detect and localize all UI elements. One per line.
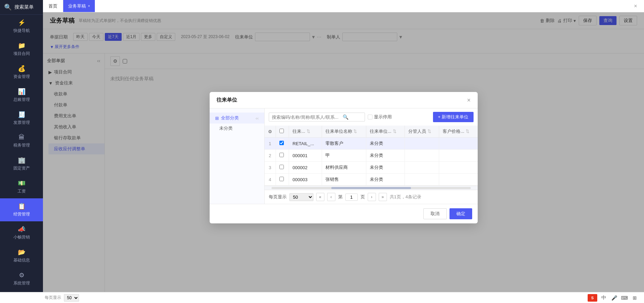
bottom-icon-keyboard: ⌨: [621, 294, 628, 302]
tab-close-icon[interactable]: ×: [88, 4, 90, 8]
dialog-tree: ⊞ 全部分类 ‹‹ 未分类: [210, 108, 265, 204]
dialog-title: 往来单位: [216, 97, 237, 103]
quick-nav-icon: ⚡: [18, 19, 25, 26]
search-box: 🔍: [269, 113, 365, 121]
sidebar-item-label: 系统管理: [13, 280, 30, 286]
page-number-input[interactable]: [345, 194, 358, 201]
row-num: 2: [265, 150, 276, 162]
sidebar-item-tax[interactable]: 🏛 税务管理: [0, 130, 43, 152]
topbar-tab-draft[interactable]: 业务草稿 ×: [63, 0, 95, 12]
sidebar-item-label: 小畅营销: [13, 234, 30, 240]
logo-text: 搜索菜单: [14, 4, 34, 10]
topbar-home[interactable]: 首页: [43, 0, 63, 12]
sidebar-item-marketing[interactable]: 📣 小畅营销: [0, 221, 43, 244]
sidebar-item-label: 快捷导航: [13, 28, 30, 34]
sidebar-item-fixed-assets[interactable]: 🏢 固定资产: [0, 152, 43, 175]
row-category: 未分类: [366, 150, 405, 162]
per-page-label: 每页显示: [45, 295, 61, 301]
col-settings: ⚙: [265, 126, 276, 138]
bottom-bar: 每页显示 50 S 中 🎤 ⌨ ⊞: [0, 292, 644, 303]
show-disabled-checkbox[interactable]: [368, 115, 373, 119]
sidebar-item-project[interactable]: 📁 项目合同: [0, 38, 43, 61]
sidebar-item-quick-nav[interactable]: ⚡ 快捷导航: [0, 15, 43, 38]
page-last-button[interactable]: »: [379, 193, 387, 201]
search-icon: 🔍: [343, 114, 348, 120]
sidebar-logo: 🔍 搜索菜单: [0, 0, 43, 15]
row-name: 甲: [322, 150, 366, 162]
invoice-icon: 🧾: [18, 111, 25, 118]
search-input[interactable]: [272, 115, 341, 120]
row-name: 零散客户: [322, 138, 366, 150]
bottom-icon-zh: 中: [600, 294, 608, 302]
sidebar-item-finance[interactable]: 💰 资金管理: [0, 61, 43, 84]
bottom-right: S 中 🎤 ⌨ ⊞: [588, 294, 639, 302]
row-price: [439, 150, 478, 162]
dialog-header: 往来单位 ×: [210, 92, 478, 108]
row-price: [439, 162, 478, 174]
col-code: 往来... ⇅: [289, 126, 322, 138]
row-num: 1: [265, 138, 276, 150]
sidebar-item-label: 资金管理: [13, 74, 30, 80]
col-check: [276, 126, 289, 138]
table-row[interactable]: 4 000003 张销售 未分类: [265, 174, 478, 186]
show-disabled-label: 显示停用: [374, 114, 392, 120]
sidebar-item-ops[interactable]: 📋 经营管理: [0, 198, 43, 221]
sidebar-item-label: 经营管理: [13, 211, 30, 217]
row-price: [439, 174, 478, 186]
row-name: 材料供应商: [322, 162, 366, 174]
dialog-select-all[interactable]: [279, 129, 284, 133]
topbar-right: ×: [631, 3, 644, 9]
dialog-actions: 取消 确定: [210, 204, 478, 223]
page-prev-button[interactable]: ‹: [327, 193, 335, 201]
row-num: 4: [265, 174, 276, 186]
page-label: 第: [338, 194, 343, 200]
sidebar-item-label: 工资: [18, 188, 26, 194]
sidebar-item-system[interactable]: ⚙ 系统管理: [0, 267, 43, 290]
tab-label: 业务草稿: [68, 3, 86, 9]
accounts-icon: 📊: [18, 88, 25, 95]
confirm-button[interactable]: 确定: [449, 208, 472, 219]
tree-item-label: 全部分类: [221, 115, 239, 121]
table-row[interactable]: 3 000002 材料供应商 未分类: [265, 162, 478, 174]
row-check[interactable]: [276, 150, 289, 162]
sidebar-item-invoice[interactable]: 🧾 发票管理: [0, 107, 43, 130]
sidebar-item-basic[interactable]: 📂 基础信息: [0, 244, 43, 267]
sidebar-item-accounts[interactable]: 📊 总账管理: [0, 84, 43, 107]
row-check[interactable]: [276, 162, 289, 174]
table-row[interactable]: 1 RETAIL_... 零散客户 未分类: [265, 138, 478, 150]
payroll-icon: 💵: [18, 179, 25, 187]
row-category: 未分类: [366, 138, 405, 150]
dialog-scrollbar[interactable]: [265, 186, 478, 190]
window-close-button[interactable]: ×: [631, 3, 640, 9]
sidebar: 🔍 搜索菜单 ⚡ 快捷导航 📁 项目合同 💰 资金管理 📊 总账管理 🧾 发票管…: [0, 0, 43, 303]
row-check[interactable]: [276, 138, 289, 150]
cancel-button[interactable]: 取消: [423, 208, 447, 219]
scrollbar-thumb: [331, 187, 411, 189]
row-price: [439, 138, 478, 150]
page-next-button[interactable]: ›: [368, 193, 376, 201]
dialog-close-button[interactable]: ×: [467, 97, 471, 103]
project-icon: 📁: [18, 42, 25, 49]
system-icon: ⚙: [19, 271, 24, 279]
tree-sub-uncategorized[interactable]: 未分类: [210, 124, 264, 133]
tree-item-all[interactable]: ⊞ 全部分类 ‹‹: [210, 113, 264, 124]
modal-overlay: 往来单位 × ⊞ 全部分类 ‹‹ 未分类 🔍: [43, 12, 644, 303]
row-num: 3: [265, 162, 276, 174]
page-unit: 页: [360, 194, 365, 200]
sidebar-item-payroll[interactable]: 💵 工资: [0, 175, 43, 198]
bottom-icon-mic: 🎤: [610, 294, 618, 302]
page-info: 共1页，4条记录: [390, 194, 421, 200]
add-new-partner-button[interactable]: + 新增往来单位: [433, 112, 473, 122]
per-page-label: 每页显示: [269, 194, 287, 200]
row-check[interactable]: [276, 174, 289, 186]
page-size-select[interactable]: 50 20 100: [289, 193, 313, 201]
page-first-button[interactable]: «: [316, 193, 324, 201]
table-row[interactable]: 2 000001 甲 未分类: [265, 150, 478, 162]
show-disabled-toggle[interactable]: 显示停用: [368, 114, 392, 120]
dialog-pagination: 每页显示 50 20 100 « ‹ 第 页 › » 共1页，4条记录: [265, 190, 478, 204]
dialog-partner: 往来单位 × ⊞ 全部分类 ‹‹ 未分类 🔍: [210, 92, 478, 223]
ops-icon: 📋: [18, 202, 25, 210]
sidebar-item-label: 基础信息: [13, 257, 30, 263]
bottom-page-size-select[interactable]: 50: [64, 294, 79, 302]
dialog-body: ⊞ 全部分类 ‹‹ 未分类 🔍 显示停用: [210, 108, 478, 204]
